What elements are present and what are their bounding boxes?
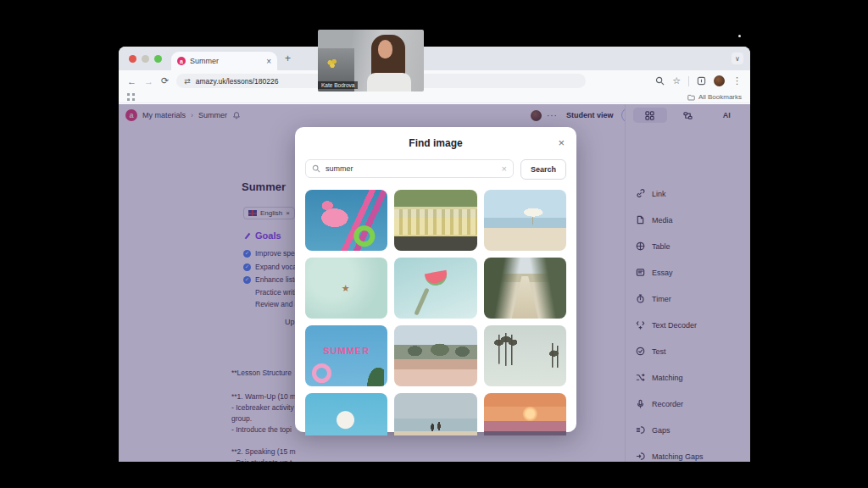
image-result[interactable]: SUMMER	[305, 325, 387, 386]
browser-toolbar: ← → ⟳ ⇄ amazy.uk/lessons/180226 ☆ ⋮	[119, 70, 750, 92]
back-icon[interactable]: ←	[127, 76, 136, 86]
image-result[interactable]	[394, 393, 476, 435]
url-text: amazy.uk/lessons/180226	[196, 77, 279, 86]
image-result[interactable]: ★	[305, 258, 387, 319]
tab-close-icon[interactable]: ×	[266, 57, 271, 66]
swap-icon: ⇄	[184, 77, 191, 86]
image-result[interactable]	[305, 190, 387, 251]
divider	[688, 76, 689, 86]
search-icon	[312, 164, 320, 173]
image-result[interactable]	[484, 258, 566, 319]
starfish-glyph: ★	[342, 283, 350, 294]
tab-title: Summer	[190, 57, 262, 65]
image-result[interactable]	[394, 325, 476, 386]
reload-icon[interactable]: ⟳	[161, 75, 169, 86]
window-zoom-button[interactable]	[154, 55, 162, 63]
presenter-face	[378, 40, 392, 58]
modal-title: Find image	[305, 137, 566, 149]
image-search-field[interactable]: ×	[305, 159, 514, 178]
all-bookmarks-button[interactable]: All Bookmarks	[687, 93, 742, 101]
toolbar-right-icons: ☆ ⋮	[655, 75, 742, 86]
apps-grid-icon[interactable]	[127, 93, 135, 101]
window-minimize-button[interactable]	[142, 55, 149, 63]
bookmarks-bar: All Bookmarks	[119, 92, 750, 103]
browser-tab[interactable]: a Summer ×	[171, 52, 277, 70]
image-result[interactable]	[484, 393, 566, 435]
profile-avatar[interactable]	[714, 75, 725, 86]
new-tab-button[interactable]: +	[285, 53, 291, 64]
presenter-name-label: Kate Bodrova	[318, 81, 358, 89]
find-image-modal: Find image × × Search ★	[295, 127, 576, 432]
folder-icon	[687, 94, 695, 101]
presenter-body	[367, 73, 411, 92]
window-close-button[interactable]	[129, 55, 136, 63]
clear-search-icon[interactable]: ×	[502, 164, 507, 174]
image-results-grid: ★ SUMMER	[305, 190, 566, 435]
summer-caption: SUMMER	[305, 346, 387, 356]
forward-icon: →	[144, 76, 153, 86]
image-result[interactable]	[394, 258, 476, 319]
image-result[interactable]	[484, 325, 566, 386]
image-result[interactable]	[305, 393, 387, 435]
tab-strip: a Summer × + ∨	[119, 47, 750, 70]
extensions-icon[interactable]	[697, 76, 706, 86]
cursor-dot	[738, 35, 741, 37]
browser-window: a Summer × + ∨ ← → ⟳ ⇄ amazy.uk/lessons/…	[119, 47, 750, 462]
screen: a Summer × + ∨ ← → ⟳ ⇄ amazy.uk/lessons/…	[0, 0, 868, 488]
all-bookmarks-label: All Bookmarks	[698, 93, 742, 101]
site-favicon-icon: a	[177, 57, 186, 65]
image-result[interactable]	[394, 190, 476, 251]
flowers	[326, 58, 338, 69]
tab-search-chevron-icon[interactable]: ∨	[732, 53, 743, 64]
bookmark-star-icon[interactable]: ☆	[672, 75, 681, 86]
webcam-video: Kate Bodrova	[318, 30, 424, 92]
modal-close-icon[interactable]: ×	[558, 137, 565, 148]
browser-menu-icon[interactable]: ⋮	[732, 75, 742, 86]
search-input[interactable]	[326, 164, 497, 173]
image-result[interactable]	[484, 190, 566, 251]
search-icon[interactable]	[655, 76, 665, 86]
search-button[interactable]: Search	[520, 159, 566, 180]
